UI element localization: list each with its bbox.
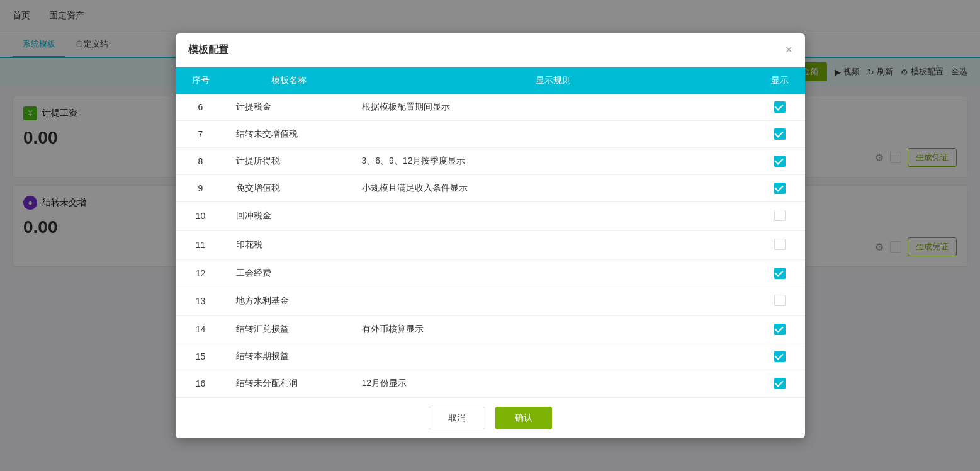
cell-rule: 根据模板配置期间显示 — [352, 94, 755, 121]
table-row: 8计提所得税3、6、9、12月按季度显示 — [176, 147, 805, 174]
cell-checkbox[interactable] — [755, 201, 805, 230]
table-row: 13地方水利基金 — [176, 287, 805, 315]
cell-rule: 12月份显示 — [352, 370, 755, 397]
template-config-modal: 模板配置 × 序号 模板名称 显示规则 显示 6计提税金根据模板配置期间显示7结… — [176, 33, 805, 438]
cell-seq: 6 — [176, 94, 226, 121]
confirm-button[interactable]: 确认 — [495, 407, 552, 429]
cell-checkbox[interactable] — [755, 147, 805, 174]
checkbox-checked[interactable] — [774, 324, 786, 335]
table-row: 7结转未交增值税 — [176, 120, 805, 147]
table-row: 9免交增值税小规模且满足收入条件显示 — [176, 174, 805, 201]
cell-rule: 有外币核算显示 — [352, 315, 755, 343]
cell-seq: 16 — [176, 370, 226, 397]
modal-footer: 取消 确认 — [176, 397, 805, 438]
checkbox-unchecked[interactable] — [774, 295, 786, 306]
cell-name: 计提所得税 — [226, 147, 352, 174]
cancel-button[interactable]: 取消 — [429, 407, 485, 429]
table-row: 16结转未分配利润12月份显示 — [176, 370, 805, 397]
checkbox-checked[interactable] — [774, 268, 786, 279]
cell-seq: 9 — [176, 174, 226, 201]
table-row: 14结转汇兑损益有外币核算显示 — [176, 315, 805, 343]
modal-overlay: 模板配置 × 序号 模板名称 显示规则 显示 6计提税金根据模板配置期间显示7结… — [0, 0, 980, 471]
cell-name: 结转汇兑损益 — [226, 315, 352, 343]
cell-rule: 小规模且满足收入条件显示 — [352, 174, 755, 201]
cell-checkbox[interactable] — [755, 94, 805, 121]
checkbox-checked[interactable] — [774, 183, 786, 194]
cell-name: 结转未分配利润 — [226, 370, 352, 397]
col-display: 显示 — [755, 67, 805, 94]
modal-close-button[interactable]: × — [786, 44, 792, 55]
col-rule: 显示规则 — [352, 67, 755, 94]
checkbox-unchecked[interactable] — [774, 210, 786, 221]
cell-seq: 10 — [176, 201, 226, 230]
cell-rule — [352, 230, 755, 259]
modal-header: 模板配置 × — [176, 33, 805, 67]
checkbox-checked[interactable] — [774, 156, 786, 167]
col-name: 模板名称 — [226, 67, 352, 94]
checkbox-checked[interactable] — [774, 351, 786, 362]
cell-rule — [352, 259, 755, 287]
table-row: 12工会经费 — [176, 259, 805, 287]
table-row: 10回冲税金 — [176, 201, 805, 230]
cell-checkbox[interactable] — [755, 287, 805, 315]
cell-name: 结转未交增值税 — [226, 120, 352, 147]
cell-name: 免交增值税 — [226, 174, 352, 201]
modal-title: 模板配置 — [188, 43, 228, 57]
cell-rule — [352, 343, 755, 370]
cell-seq: 15 — [176, 343, 226, 370]
config-table: 序号 模板名称 显示规则 显示 6计提税金根据模板配置期间显示7结转未交增值税8… — [176, 67, 805, 397]
cell-checkbox[interactable] — [755, 230, 805, 259]
cell-checkbox[interactable] — [755, 370, 805, 397]
cell-name: 工会经费 — [226, 259, 352, 287]
cell-name: 回冲税金 — [226, 201, 352, 230]
cell-name: 结转本期损益 — [226, 343, 352, 370]
checkbox-checked[interactable] — [774, 101, 786, 113]
cell-rule — [352, 287, 755, 315]
cell-seq: 12 — [176, 259, 226, 287]
col-seq: 序号 — [176, 67, 226, 94]
cell-seq: 8 — [176, 147, 226, 174]
cell-checkbox[interactable] — [755, 343, 805, 370]
cell-checkbox[interactable] — [755, 120, 805, 147]
cell-checkbox[interactable] — [755, 174, 805, 201]
cell-checkbox[interactable] — [755, 315, 805, 343]
cell-checkbox[interactable] — [755, 259, 805, 287]
checkbox-checked[interactable] — [774, 378, 786, 389]
cell-name: 印花税 — [226, 230, 352, 259]
table-row: 6计提税金根据模板配置期间显示 — [176, 94, 805, 121]
cell-seq: 7 — [176, 120, 226, 147]
cell-seq: 11 — [176, 230, 226, 259]
table-row: 11印花税 — [176, 230, 805, 259]
cell-seq: 14 — [176, 315, 226, 343]
modal-body: 序号 模板名称 显示规则 显示 6计提税金根据模板配置期间显示7结转未交增值税8… — [176, 67, 805, 397]
checkbox-checked[interactable] — [774, 128, 786, 140]
cell-rule — [352, 201, 755, 230]
cell-name: 计提税金 — [226, 94, 352, 121]
cell-name: 地方水利基金 — [226, 287, 352, 315]
checkbox-unchecked[interactable] — [774, 239, 786, 250]
table-row: 15结转本期损益 — [176, 343, 805, 370]
cell-seq: 13 — [176, 287, 226, 315]
cell-rule: 3、6、9、12月按季度显示 — [352, 147, 755, 174]
cell-rule — [352, 120, 755, 147]
table-header-row: 序号 模板名称 显示规则 显示 — [176, 67, 805, 94]
